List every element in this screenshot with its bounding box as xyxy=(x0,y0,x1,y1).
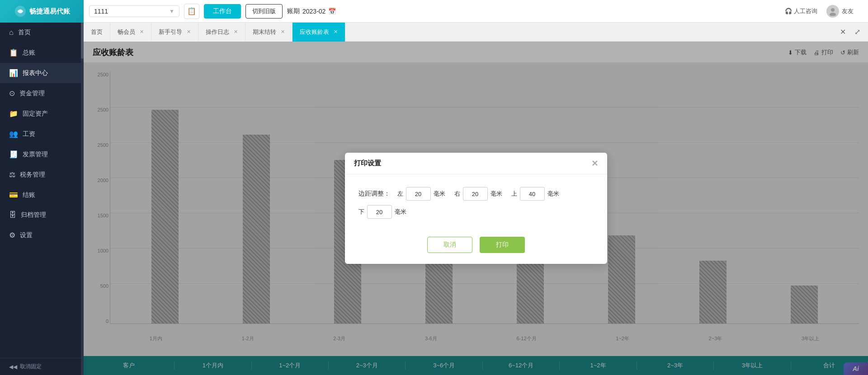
tab-period-end[interactable]: 期末结转✕ xyxy=(245,23,292,42)
switch-old-button[interactable]: 切到旧版 xyxy=(245,4,283,19)
period-value: 2023-02 xyxy=(302,8,326,15)
confirm-print-button[interactable]: 打印 xyxy=(480,237,525,253)
modal-header: 打印设置 ✕ xyxy=(345,153,607,174)
sidebar-icon-closing: 💳 xyxy=(9,191,18,199)
margin-right-input[interactable] xyxy=(463,187,488,201)
sidebar-item-invoice[interactable]: 🧾发票管理 xyxy=(0,144,84,164)
tab-label-period-end: 期末结转 xyxy=(253,28,276,36)
margin-top-label: 上 xyxy=(511,190,517,198)
page-content: 应收账龄表 ⬇ 下载 🖨 打印 ↺ 刷新 xyxy=(84,42,868,375)
calendar-button[interactable]: 📋 xyxy=(184,4,199,19)
cancel-button[interactable]: 取消 xyxy=(427,237,472,253)
sidebar-label-reports: 报表中心 xyxy=(23,69,48,77)
modal-overlay: 打印设置 ✕ 边距调整： 左 毫米 xyxy=(84,42,868,375)
tab-close-oplog[interactable]: ✕ xyxy=(234,29,238,35)
margin-top-input[interactable] xyxy=(520,187,545,201)
sidebar-label-tax: 税务管理 xyxy=(20,171,45,179)
margin-left-input[interactable] xyxy=(406,187,431,201)
sidebar-label-ledger: 总账 xyxy=(23,49,35,57)
margin-bottom-group: 下 毫米 xyxy=(359,205,406,219)
sidebar-item-tax[interactable]: ⚖税务管理 xyxy=(0,164,84,185)
sidebar-label-assets: 固定资产 xyxy=(23,110,48,118)
tab-guide[interactable]: 新手引导✕ xyxy=(151,23,198,42)
sidebar-icon-ledger: 📋 xyxy=(9,48,18,57)
sidebar-item-reports[interactable]: 📊报表中心 xyxy=(0,63,84,83)
logo-text: 畅捷通易代账 xyxy=(29,7,70,16)
calendar-icon: 📋 xyxy=(187,7,196,15)
tab-bar: 首页畅会员✕新手引导✕操作日志✕期末结转✕应收账龄表✕ ✕ ⤢ xyxy=(84,23,868,42)
collapse-icon: ◀◀ xyxy=(9,364,17,370)
avatar xyxy=(826,5,839,18)
sidebar-icon-reports: 📊 xyxy=(9,69,18,77)
support-button[interactable]: 🎧 人工咨询 xyxy=(785,7,817,15)
sidebar-item-settings[interactable]: ⚙设置 xyxy=(0,225,84,245)
sidebar-item-funds[interactable]: ⊙资金管理 xyxy=(0,83,84,103)
tab-oplog[interactable]: 操作日志✕ xyxy=(198,23,245,42)
margin-top-unit: 毫米 xyxy=(547,190,559,198)
sidebar-item-ledger[interactable]: 📋总账 xyxy=(0,42,84,63)
margin-right-label: 右 xyxy=(454,190,460,198)
sidebar-item-payroll[interactable]: 👥工资 xyxy=(0,124,84,144)
tab-label-guide: 新手引导 xyxy=(159,28,182,36)
margin-bottom-label: 下 xyxy=(359,208,364,216)
margin-bottom-unit: 毫米 xyxy=(395,208,406,216)
sidebar-label-archive: 归档管理 xyxy=(21,211,46,219)
sidebar-collapse-button[interactable]: ◀◀ 取消固定 xyxy=(0,358,84,375)
tab-member[interactable]: 畅会员✕ xyxy=(110,23,151,42)
user-area[interactable]: 友友 xyxy=(826,5,854,18)
sidebar-label-payroll: 工资 xyxy=(23,130,35,138)
margin-top-group: 上 毫米 xyxy=(511,187,559,201)
print-settings-modal: 打印设置 ✕ 边距调整： 左 毫米 xyxy=(345,153,607,264)
tab-label-ar-aging: 应收账龄表 xyxy=(300,28,329,36)
modal-body: 边距调整： 左 毫米 右 毫米 xyxy=(345,174,607,230)
tab-home[interactable]: 首页 xyxy=(84,23,110,42)
sidebar-icon-settings: ⚙ xyxy=(9,231,15,239)
margin-left-unit: 毫米 xyxy=(434,190,445,198)
company-name: 1111 xyxy=(94,8,108,15)
sidebar-icon-tax: ⚖ xyxy=(9,170,15,179)
logo: 畅捷通易代账 xyxy=(0,0,84,23)
user-name: 友友 xyxy=(842,7,854,15)
modal-footer: 取消 打印 xyxy=(345,230,607,264)
workbench-button[interactable]: 工作台 xyxy=(204,4,241,19)
modal-close-button[interactable]: ✕ xyxy=(591,159,598,168)
tab-close-ar-aging[interactable]: ✕ xyxy=(334,29,338,35)
sidebar-item-home[interactable]: ⌂首页 xyxy=(0,23,84,42)
period-calendar-icon[interactable]: 📅 xyxy=(328,8,336,15)
sidebar-item-archive[interactable]: 🗄归档管理 xyxy=(0,205,84,225)
sidebar-item-assets[interactable]: 📁固定资产 xyxy=(0,103,84,124)
tab-label-member: 畅会员 xyxy=(118,28,135,36)
svg-point-1 xyxy=(831,8,835,12)
tab-close-period-end[interactable]: ✕ xyxy=(281,29,285,35)
sidebar-icon-archive: 🗄 xyxy=(9,211,16,219)
support-label: 人工咨询 xyxy=(794,7,817,15)
headset-icon: 🎧 xyxy=(785,8,792,14)
sidebar: ⌂首页📋总账📊报表中心⊙资金管理📁固定资产👥工资🧾发票管理⚖税务管理💳结账🗄归档… xyxy=(0,23,84,375)
sidebar-label-closing: 结账 xyxy=(23,191,35,199)
sidebar-icon-home: ⌂ xyxy=(9,28,14,37)
sidebar-label-settings: 设置 xyxy=(20,231,33,239)
collapse-label: 取消固定 xyxy=(20,363,42,370)
company-selector[interactable]: 1111 ▼ xyxy=(89,5,179,17)
tab-close-member[interactable]: ✕ xyxy=(140,29,144,35)
tab-ar-aging[interactable]: 应收账龄表✕ xyxy=(292,23,345,42)
margin-left-group: 左 毫米 xyxy=(397,187,445,201)
period-label: 账期 xyxy=(287,7,300,15)
sidebar-item-closing[interactable]: 💳结账 xyxy=(0,185,84,205)
margin-left-label: 左 xyxy=(397,190,403,198)
sidebar-icon-payroll: 👥 xyxy=(9,130,18,138)
margin-bottom-input[interactable] xyxy=(367,205,392,219)
tab-label-oplog: 操作日志 xyxy=(206,28,229,36)
sidebar-icon-assets: 📁 xyxy=(9,109,18,118)
sidebar-icon-invoice: 🧾 xyxy=(9,150,18,159)
tab-close-button[interactable]: ✕ xyxy=(836,26,849,38)
sidebar-label-home: 首页 xyxy=(18,28,31,37)
margin-right-group: 右 毫米 xyxy=(454,187,502,201)
tab-close-guide[interactable]: ✕ xyxy=(187,29,191,35)
tab-expand-button[interactable]: ⤢ xyxy=(851,26,863,38)
margin-label: 边距调整： xyxy=(359,190,390,198)
sidebar-label-invoice: 发票管理 xyxy=(23,150,48,159)
period-area: 账期 2023-02 📅 xyxy=(287,7,336,15)
tab-label-home: 首页 xyxy=(91,28,103,36)
sidebar-label-funds: 资金管理 xyxy=(19,89,45,98)
